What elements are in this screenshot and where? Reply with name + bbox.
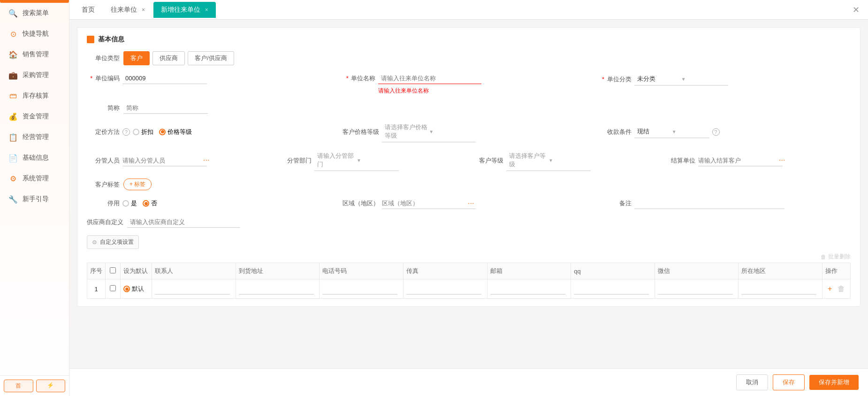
tag-row: 客户标签 + 标签 bbox=[87, 179, 851, 190]
row-fax-input[interactable] bbox=[406, 283, 481, 295]
sidebar-item-inventory[interactable]: 🗃 库存核算 bbox=[0, 85, 69, 106]
gear-icon: ⚙ bbox=[92, 239, 97, 246]
tab-partner[interactable]: 往来单位 × bbox=[103, 2, 152, 18]
sidebar-item-sales[interactable]: 🏠 销售管理 bbox=[0, 44, 69, 65]
settlement-more-btn[interactable]: ··· bbox=[777, 156, 787, 164]
td-region[interactable] bbox=[739, 280, 822, 299]
cancel-button[interactable]: 取消 bbox=[736, 374, 768, 390]
pricing-row: 定价方法 ? 折扣 价格等级 bbox=[87, 121, 851, 142]
dept-label: 分管部门 bbox=[279, 156, 312, 165]
th-fax: 传真 bbox=[403, 263, 487, 280]
sidebar: 🔍 搜索菜单 ⊙ 快捷导航 🏠 销售管理 💼 采购管理 🗃 库存核算 💰 资金管… bbox=[0, 0, 69, 396]
remark-label: 备注 bbox=[599, 199, 632, 208]
category-group: * 单位分类 未分类 ▼ bbox=[599, 73, 851, 85]
sidebar-item-guide[interactable]: 🔧 新手引导 bbox=[0, 189, 69, 210]
th-qq: qq bbox=[571, 263, 655, 280]
row-add-btn[interactable]: + bbox=[828, 285, 832, 293]
customer-level-dropdown[interactable]: 请选择客户等级 ▼ bbox=[506, 150, 591, 171]
region-input-with-more: ··· bbox=[382, 198, 476, 209]
manager-row: 分管人员 ··· 分管部门 请输入分管部门 ▼ 客户等级 bbox=[87, 150, 851, 171]
disabled-group: 停用 是 否 bbox=[87, 199, 339, 208]
customer-price-placeholder: 请选择客户价格等级 bbox=[385, 123, 429, 140]
row-email-input[interactable] bbox=[490, 283, 565, 295]
td-default[interactable]: 默认 bbox=[121, 280, 152, 299]
pricing-discount-label: 折扣 bbox=[141, 128, 153, 136]
td-phone[interactable] bbox=[320, 280, 404, 299]
close-all-tabs-button[interactable]: ✕ bbox=[849, 5, 863, 15]
manager-input[interactable] bbox=[122, 155, 201, 166]
customer-price-group: 客户价格等级 请选择客户价格等级 ▼ bbox=[343, 121, 594, 142]
tab-home[interactable]: 首页 bbox=[74, 2, 102, 18]
batch-delete-area[interactable]: 🗑 批量删除 bbox=[87, 253, 851, 261]
sidebar-item-search[interactable]: 🔍 搜索菜单 bbox=[0, 3, 69, 23]
tab-new-partner-close[interactable]: × bbox=[205, 7, 208, 13]
disabled-yes-circle bbox=[122, 200, 129, 207]
pricing-level-radio[interactable]: 价格等级 bbox=[159, 128, 192, 136]
tab-new-partner[interactable]: 新增往来单位 × bbox=[153, 2, 216, 18]
sidebar-item-operations[interactable]: 📋 经营管理 bbox=[0, 127, 69, 148]
td-address[interactable] bbox=[236, 280, 320, 299]
th-checkbox-input[interactable] bbox=[110, 267, 116, 273]
td-email[interactable] bbox=[487, 280, 571, 299]
row-qq-input[interactable] bbox=[574, 283, 649, 295]
sidebar-quick-btn[interactable]: ⚡ bbox=[36, 380, 66, 392]
page-content: 基本信息 单位类型 客户 供应商 客户/供应商 * 单位编码 bbox=[69, 20, 868, 368]
row-contact-input[interactable] bbox=[155, 283, 230, 295]
add-tag-btn[interactable]: + 标签 bbox=[123, 179, 152, 190]
td-fax[interactable] bbox=[403, 280, 487, 299]
unit-type-label: 单位类型 bbox=[87, 54, 120, 62]
customer-price-dropdown[interactable]: 请选择客户价格等级 ▼ bbox=[382, 121, 476, 142]
supplier-custom-input[interactable] bbox=[127, 217, 240, 228]
type-btn-customer[interactable]: 客户 bbox=[123, 51, 150, 65]
type-btn-supplier[interactable]: 供应商 bbox=[152, 51, 185, 65]
td-contact[interactable] bbox=[152, 280, 236, 299]
row-wechat-input[interactable] bbox=[658, 283, 733, 295]
td-wechat[interactable] bbox=[655, 280, 739, 299]
sidebar-item-purchase[interactable]: 💼 采购管理 bbox=[0, 65, 69, 85]
disabled-no-radio[interactable]: 否 bbox=[143, 199, 157, 208]
code-input[interactable] bbox=[122, 73, 207, 84]
pricing-help-icon[interactable]: ? bbox=[122, 128, 130, 136]
disabled-yes-radio[interactable]: 是 bbox=[122, 199, 137, 208]
sidebar-item-system[interactable]: ⚙ 系统管理 bbox=[0, 168, 69, 189]
remark-group: 备注 bbox=[599, 198, 851, 209]
row-default-radio[interactable]: 默认 bbox=[123, 285, 149, 293]
row-phone-input[interactable] bbox=[322, 283, 397, 295]
abbr-input[interactable] bbox=[123, 102, 208, 114]
pricing-discount-radio[interactable]: 折扣 bbox=[133, 128, 153, 136]
sidebar-item-quick-nav[interactable]: ⊙ 快捷导航 bbox=[0, 23, 69, 44]
tab-partner-close[interactable]: × bbox=[142, 7, 145, 13]
manager-more-btn[interactable]: ··· bbox=[201, 156, 211, 164]
contact-table-section: 🗑 批量删除 序号 设为默认 联系人 到货地址 电话号码 bbox=[87, 253, 851, 299]
row-checkbox[interactable] bbox=[110, 285, 116, 291]
th-address: 到货地址 bbox=[236, 263, 320, 280]
custom-settings-button[interactable]: ⚙ 自定义项设置 bbox=[87, 235, 139, 249]
row-region-input[interactable] bbox=[741, 283, 816, 295]
sidebar-item-basic-info[interactable]: 📄 基础信息 bbox=[0, 148, 69, 168]
category-dropdown[interactable]: 未分类 ▼ bbox=[634, 73, 728, 85]
inventory-icon: 🗃 bbox=[8, 91, 18, 101]
payment-help-icon[interactable]: ? bbox=[712, 128, 720, 136]
dept-dropdown[interactable]: 请输入分管部门 ▼ bbox=[314, 150, 399, 171]
remark-input[interactable] bbox=[634, 198, 784, 209]
save-button[interactable]: 保存 bbox=[773, 374, 805, 390]
payment-chevron: ▼ bbox=[672, 129, 707, 134]
save-new-button[interactable]: 保存并新增 bbox=[809, 375, 859, 390]
settlement-input[interactable] bbox=[698, 155, 777, 166]
category-value: 未分类 bbox=[637, 75, 681, 83]
td-action: + 🗑 bbox=[822, 280, 851, 299]
sidebar-item-quick-nav-label: 快捷导航 bbox=[23, 30, 49, 38]
sidebar-home-btn[interactable]: 首 bbox=[4, 380, 33, 392]
row-delete-btn[interactable]: 🗑 bbox=[838, 285, 845, 293]
region-input[interactable] bbox=[382, 198, 466, 209]
region-more-btn[interactable]: ··· bbox=[466, 199, 476, 208]
type-btn-both[interactable]: 客户/供应商 bbox=[188, 51, 234, 65]
manager-group: 分管人员 ··· bbox=[87, 155, 275, 166]
row-address-input[interactable] bbox=[239, 283, 314, 295]
td-qq[interactable] bbox=[571, 280, 655, 299]
payment-dropdown[interactable]: 现结 ▼ bbox=[634, 125, 709, 138]
name-required-star: * bbox=[346, 75, 349, 82]
name-input[interactable] bbox=[378, 73, 481, 84]
code-group: * 单位编码 bbox=[87, 73, 339, 84]
sidebar-item-finance[interactable]: 💰 资金管理 bbox=[0, 106, 69, 127]
